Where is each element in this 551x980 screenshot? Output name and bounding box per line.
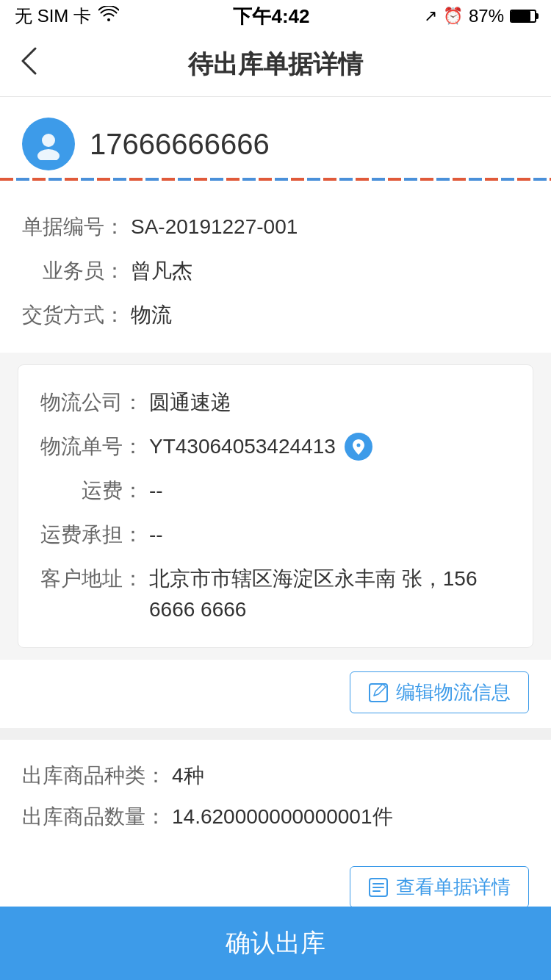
goods-quantity-value: 14.620000000000001件 [172, 803, 393, 831]
goods-section: 出库商品种类： 4种 出库商品数量： 14.620000000000001件 [0, 740, 551, 859]
view-detail-button[interactable]: 查看单据详情 [350, 866, 529, 908]
map-location-icon[interactable] [345, 433, 372, 461]
logistics-tracking-row: 物流单号： YT43064053424413 [40, 431, 511, 462]
goods-type-value: 4种 [172, 762, 204, 790]
salesman-value: 曾凡杰 [131, 256, 529, 287]
document-number-row: 单据编号： SA-20191227-001 [22, 212, 529, 242]
delivery-row: 交货方式： 物流 [22, 300, 529, 331]
view-detail-label: 查看单据详情 [396, 874, 511, 900]
freight-value: -- [149, 475, 511, 506]
goods-quantity-label: 出库商品数量： [22, 803, 166, 831]
goods-type-label: 出库商品种类： [22, 762, 166, 790]
nav-bar: 待出库单据详情 [0, 32, 551, 97]
freight-bear-label: 运费承担： [40, 519, 143, 550]
freight-label: 运费： [40, 475, 143, 506]
page-title: 待出库单据详情 [188, 48, 363, 82]
delivery-value: 物流 [131, 300, 529, 331]
confirm-button[interactable]: 确认出库 [0, 907, 551, 980]
logistics-card: 物流公司： 圆通速递 物流单号： YT43064053424413 运费： [18, 364, 533, 648]
address-row: 客户地址： 北京市市辖区海淀区永丰南 张，156 6666 6666 [40, 563, 511, 625]
address-label: 客户地址： [40, 563, 143, 594]
logistics-company-value: 圆通速递 [149, 387, 511, 418]
status-time: 下午4:42 [233, 4, 309, 29]
dashed-divider [0, 170, 551, 181]
wifi-icon [98, 6, 119, 26]
status-right: ↗ ⏰ 87% [424, 6, 536, 26]
battery-icon [510, 10, 536, 23]
user-header: 17666666666 [0, 97, 551, 170]
delivery-label: 交货方式： [22, 300, 125, 331]
back-button[interactable] [21, 47, 37, 82]
logistics-tracking-label: 物流单号： [40, 431, 143, 462]
freight-row: 运费： -- [40, 475, 511, 506]
svg-point-1 [37, 149, 60, 160]
logistics-tracking-value: YT43064053424413 [149, 431, 511, 462]
goods-type-row: 出库商品种类： 4种 [22, 762, 529, 790]
battery-label: 87% [469, 6, 504, 26]
goods-quantity-row: 出库商品数量： 14.620000000000001件 [22, 803, 529, 831]
salesman-label: 业务员： [22, 256, 125, 287]
status-left: 无 SIM 卡 [15, 4, 119, 28]
document-number-label: 单据编号： [22, 212, 125, 242]
section-divider [0, 728, 551, 740]
user-phone: 17666666666 [90, 128, 270, 161]
avatar [22, 118, 75, 170]
edit-logistics-btn-row: 编辑物流信息 [0, 660, 551, 728]
freight-bear-row: 运费承担： -- [40, 519, 511, 550]
svg-point-2 [345, 433, 372, 461]
salesman-row: 业务员： 曾凡杰 [22, 256, 529, 287]
svg-point-0 [42, 134, 55, 147]
svg-rect-3 [370, 684, 387, 702]
edit-logistics-label: 编辑物流信息 [396, 680, 511, 705]
location-status-icon: ↗ [424, 7, 437, 26]
address-value: 北京市市辖区海淀区永丰南 张，156 6666 6666 [149, 563, 511, 625]
document-info-section: 单据编号： SA-20191227-001 业务员： 曾凡杰 交货方式： 物流 [0, 190, 551, 353]
document-number-value: SA-20191227-001 [131, 212, 529, 242]
status-bar: 无 SIM 卡 下午4:42 ↗ ⏰ 87% [0, 0, 551, 32]
carrier-label: 无 SIM 卡 [15, 4, 91, 28]
logistics-company-label: 物流公司： [40, 387, 143, 418]
alarm-icon: ⏰ [443, 7, 463, 26]
logistics-company-row: 物流公司： 圆通速递 [40, 387, 511, 418]
confirm-btn-label: 确认出库 [226, 926, 325, 960]
freight-bear-value: -- [149, 519, 511, 550]
edit-logistics-button[interactable]: 编辑物流信息 [350, 671, 529, 713]
